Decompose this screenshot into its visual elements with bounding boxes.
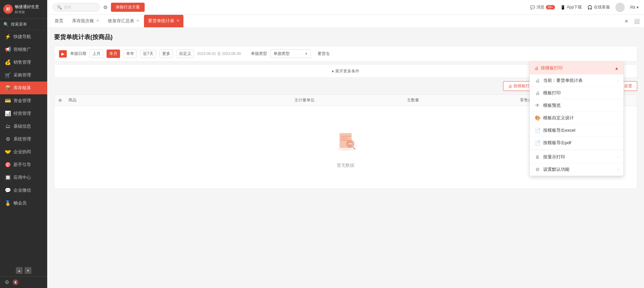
date-btn-custom[interactable]: 自定义	[176, 50, 194, 58]
tab-order-summary[interactable]: 要货单统计表 ✕	[144, 15, 183, 27]
sidebar-item-marketing[interactable]: 📢 营销推广	[0, 43, 47, 56]
industry-plan-button[interactable]: 体验行业方案	[111, 3, 145, 12]
tabs-bar: 首页 库存批次账 ✕ 收发存汇总表 ✕ 要货单统计表 ✕ ✕ ⬜	[47, 15, 644, 28]
sidebar-logo: 好 畅捷通好生意 标准版	[0, 0, 47, 19]
tabs-right-controls: ✕ ⬜	[622, 17, 641, 25]
svg-rect-2	[341, 136, 350, 137]
template-print-item[interactable]: 🖨 模板打印	[530, 87, 623, 99]
operation-icon: 📊	[5, 110, 11, 117]
system-icon: ⚙	[5, 136, 11, 142]
print-divider	[530, 150, 623, 150]
settings-bottom-icon[interactable]: ⚙	[5, 279, 9, 285]
current-template-left: 🖨 当前：要货单统计表	[534, 77, 583, 84]
print-header-icon: 🖨	[534, 66, 539, 71]
display-print-item[interactable]: 🖥 按显示打印 ›	[530, 151, 623, 163]
member-icon: 🏅	[5, 200, 11, 206]
col-product: 商品	[68, 97, 294, 103]
date-range-text: 2023-06-01 至 2023-06-30	[197, 51, 241, 56]
sidebar-item-sales[interactable]: 💰 销售管理	[0, 56, 47, 69]
user-dropdown-icon: ▾	[637, 5, 639, 10]
display-print-icon: 🖥	[534, 154, 540, 160]
online-service-item[interactable]: 🎧 在线客服	[587, 4, 610, 10]
notification-item[interactable]: 💬 消息 99+	[530, 4, 555, 10]
current-template-chevron: ›	[618, 79, 619, 83]
empty-illustration	[332, 126, 359, 158]
date-btn-this-month[interactable]: 本月	[107, 50, 120, 58]
sidebar-item-quick-nav[interactable]: ⚡ 快捷导航	[0, 30, 47, 43]
tab-home[interactable]: 首页	[51, 15, 67, 27]
app-center-icon: 🔲	[5, 174, 11, 181]
basic-icon: 🗂	[5, 123, 11, 129]
mute-icon[interactable]: 🔇	[12, 279, 19, 285]
app-logo-icon: 好	[3, 4, 13, 14]
date-btn-7-days[interactable]: 近7天	[140, 50, 156, 58]
set-default-item[interactable]: ⚙ 设置默认功能 ›	[530, 163, 623, 176]
sidebar-item-system[interactable]: ⚙ 系统管理	[0, 133, 47, 146]
sidebar-item-wecom[interactable]: 💬 企业微信	[0, 184, 47, 197]
tab-batch-account[interactable]: 库存批次账 ✕	[68, 15, 103, 27]
marketing-icon: 📢	[5, 46, 11, 53]
sidebar-scroll-up[interactable]: ▲	[16, 267, 23, 274]
current-template-item[interactable]: 🖨 当前：要货单统计表 ›	[530, 74, 623, 87]
app-name: 畅捷通好生意 标准版	[15, 4, 39, 14]
sidebar-item-purchase[interactable]: 🛒 采购管理	[0, 69, 47, 82]
sidebar-search[interactable]: 🔍 搜索菜单	[0, 19, 47, 30]
empty-text: 暂无数据	[337, 162, 354, 168]
template-preview-item[interactable]: 👁 模板预览	[530, 99, 623, 112]
tab-close-order-summary[interactable]: ✕	[176, 19, 179, 23]
svg-rect-4	[341, 140, 349, 141]
type-filter-label: 单据类型	[251, 51, 267, 57]
template-design-icon: 🎨	[534, 115, 540, 121]
col-setting[interactable]: ⚙	[58, 98, 68, 103]
app-download-item[interactable]: 📱 App下载	[560, 4, 582, 10]
page-title: 要货单统计表(按商品)	[54, 33, 637, 41]
tab-close-all-button[interactable]: ✕	[622, 17, 631, 25]
user-name[interactable]: Rit ▾	[630, 5, 639, 10]
date-btn-last-month[interactable]: 上月	[90, 50, 103, 58]
main-area: 🔍 搜索 ⚙ 体验行业方案 💬 消息 99+ 📱 App下载 🎧 在线客服 Ri…	[47, 0, 644, 288]
quick-nav-icon: ⚡	[5, 34, 11, 40]
sales-icon: 💰	[5, 59, 11, 65]
svg-point-0	[338, 148, 354, 151]
collab-icon: 🤝	[5, 149, 11, 155]
topbar-right: 💬 消息 99+ 📱 App下载 🎧 在线客服 Rit ▾	[530, 3, 639, 12]
sidebar-item-basic[interactable]: 🗂 基础信息	[0, 120, 47, 133]
sidebar-item-member[interactable]: 🏅 畅会员	[0, 197, 47, 210]
tab-close-batch-account[interactable]: ✕	[96, 19, 99, 23]
display-print-left: 🖥 按显示打印	[534, 154, 565, 160]
print-dropdown: 🖨 按模板打印 ▲ 🖨 当前：要货单统计表 › 🖨 模板打印 👁 模板预览	[529, 61, 624, 176]
template-design-item[interactable]: 🎨 模板自定义设计	[530, 112, 623, 124]
date-btn-this-year[interactable]: 本年	[123, 50, 137, 58]
tab-receipt-summary[interactable]: 收发存汇总表 ✕	[104, 15, 143, 27]
template-excel-icon: 📄	[534, 128, 540, 133]
date-btn-more[interactable]: 更多	[159, 50, 173, 58]
filter-expand-button[interactable]: ▶	[59, 50, 67, 58]
tab-close-receipt-summary[interactable]: ✕	[136, 19, 139, 23]
template-excel-item[interactable]: 📄 按模板导出excel	[530, 124, 623, 137]
user-avatar[interactable]	[615, 3, 625, 12]
order-label: 要货仓	[318, 51, 330, 57]
finance-icon: 💳	[5, 98, 11, 104]
type-filter-select[interactable]: 单据类型 ▼	[270, 50, 311, 58]
topbar-gear[interactable]: ⚙	[103, 4, 108, 10]
col-qty: 主数量	[407, 97, 520, 103]
expand-more-button[interactable]: ▾ 展开更多条件	[328, 67, 363, 75]
page-content: 要货单统计表(按商品) ▶ 单据日期 上月 本月 本年 近7天 更多 自定义 2…	[47, 28, 644, 288]
tab-maximize-button[interactable]: ⬜	[633, 17, 641, 25]
sidebar-item-inventory[interactable]: 📦 库存核算	[0, 82, 47, 94]
sidebar-item-collab[interactable]: 🤝 企业协同	[0, 146, 47, 158]
inventory-icon: 📦	[5, 85, 11, 91]
sidebar-item-guide[interactable]: 🎯 新手引导	[0, 158, 47, 171]
sidebar-item-app-center[interactable]: 🔲 应用中心	[0, 171, 47, 184]
sidebar-item-operation[interactable]: 📊 经营管理	[0, 107, 47, 120]
template-preview-icon: 👁	[534, 103, 540, 108]
topbar-search-icon: 🔍	[57, 5, 62, 10]
template-pdf-item[interactable]: 📄 按模板导出pdf	[530, 137, 623, 149]
print-collapse-icon[interactable]: ▲	[614, 66, 619, 71]
wecom-icon: 💬	[5, 187, 11, 193]
sidebar-bottom: ⚙ 🔇	[0, 276, 47, 288]
topbar-search[interactable]: 🔍 搜索	[53, 3, 100, 11]
sidebar-scroll-down[interactable]: ▼	[25, 267, 31, 274]
sidebar-item-finance[interactable]: 💳 资金管理	[0, 94, 47, 107]
template-print-icon: 🖨	[534, 90, 540, 96]
